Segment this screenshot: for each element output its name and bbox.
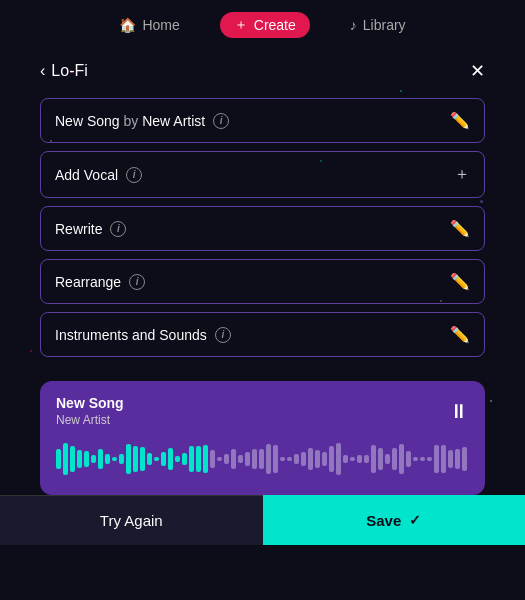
option-song-title-left: New Song by New Artist i [55,113,229,129]
add-vocal-plus-icon[interactable]: ＋ [454,164,470,185]
waveform-bar [329,446,334,473]
option-instruments-left: Instruments and Sounds i [55,327,231,343]
player-controls-row: New Song New Artist ⏸ [56,395,469,427]
waveform-bar [140,447,145,472]
waveform-bar [455,449,460,470]
waveform-bar [252,449,257,469]
waveform-bar [336,443,341,474]
save-button[interactable]: Save ✓ [263,495,526,545]
instruments-edit-icon[interactable]: ✏️ [450,325,470,344]
waveform-bar [350,457,355,462]
save-label: Save [366,512,401,529]
waveform-bar [210,450,215,468]
back-button[interactable]: ‹ Lo-Fi [40,62,88,80]
waveform-bar [175,456,180,462]
waveform-bar [413,457,418,462]
waveform-bar [315,450,320,468]
waveform-bar [231,449,236,469]
song-title-edit-icon[interactable]: ✏️ [450,111,470,130]
song-title-text: New Song by New Artist [55,113,205,129]
waveform-bar [84,451,89,466]
option-rearrange[interactable]: Rearrange i ✏️ [40,259,485,304]
waveform-bar [245,452,250,466]
rearrange-label: Rearrange [55,274,121,290]
waveform-bar [322,452,327,465]
waveform-bar [266,444,271,474]
music-icon: ♪ [350,17,357,33]
options-list: New Song by New Artist i ✏️ Add Vocal i … [40,98,485,357]
option-song-title[interactable]: New Song by New Artist i ✏️ [40,98,485,143]
rewrite-info-icon[interactable]: i [110,221,126,237]
waveform-bar [182,453,187,465]
rewrite-label: Rewrite [55,221,102,237]
waveform-bar [56,449,61,469]
player-song-title: New Song [56,395,124,411]
waveform-bar [280,457,285,461]
waveform-bar [378,448,383,471]
waveform-bar [273,445,278,473]
waveform-bar [70,446,75,471]
waveform-bar [343,455,348,463]
waveform-bar [224,454,229,463]
waveform-bar [203,445,208,473]
nav-create-label: Create [254,17,296,33]
option-rearrange-left: Rearrange i [55,274,145,290]
waveform-bar [133,446,138,472]
option-add-vocal[interactable]: Add Vocal i ＋ [40,151,485,198]
instruments-info-icon[interactable]: i [215,327,231,343]
waveform-bar [420,457,425,461]
pause-icon: ⏸ [449,400,469,422]
rewrite-edit-icon[interactable]: ✏️ [450,219,470,238]
waveform-bar [168,448,173,470]
waveform-bar [434,445,439,473]
nav-create[interactable]: ＋ Create [220,12,310,38]
close-icon: ✕ [470,61,485,81]
waveform-bar [385,454,390,463]
option-rewrite-left: Rewrite i [55,221,126,237]
waveform-bar [238,455,243,462]
back-chevron-icon: ‹ [40,62,45,80]
instruments-label: Instruments and Sounds [55,327,207,343]
page-content: ‹ Lo-Fi ✕ New Song by New Artist i ✏️ Ad… [0,46,525,357]
waveform-bar [357,455,362,463]
option-add-vocal-left: Add Vocal i [55,167,142,183]
waveform-bar [112,457,117,461]
close-button[interactable]: ✕ [470,60,485,82]
waveform-bar [427,457,432,461]
rearrange-edit-icon[interactable]: ✏️ [450,272,470,291]
waveform-bar [462,447,467,470]
waveform-bar [406,451,411,467]
waveform [56,435,469,483]
player-section: New Song New Artist ⏸ [40,381,485,495]
page-title: Lo-Fi [51,62,87,80]
waveform-bar [98,449,103,468]
waveform-bar [63,443,68,475]
bottom-actions: Try Again Save ✓ [0,495,525,545]
try-again-button[interactable]: Try Again [0,495,263,545]
plus-icon: ＋ [234,16,248,34]
waveform-bar [294,454,299,464]
waveform-bar [91,455,96,462]
waveform-bar [308,448,313,470]
song-title-info-icon[interactable]: i [213,113,229,129]
add-vocal-info-icon[interactable]: i [126,167,142,183]
waveform-bar [301,452,306,466]
nav-library-label: Library [363,17,406,33]
waveform-bar [392,448,397,469]
waveform-bar [448,450,453,469]
option-rewrite[interactable]: Rewrite i ✏️ [40,206,485,251]
waveform-bar [259,449,264,469]
waveform-bar [441,445,446,474]
rearrange-info-icon[interactable]: i [129,274,145,290]
waveform-bar [399,444,404,475]
waveform-bar [154,457,159,461]
waveform-bar [119,454,124,465]
pause-button[interactable]: ⏸ [449,400,469,423]
waveform-bar [196,446,201,472]
nav-home[interactable]: 🏠 Home [119,17,179,33]
waveform-bar [161,452,166,466]
waveform-bar [126,444,131,475]
option-instruments[interactable]: Instruments and Sounds i ✏️ [40,312,485,357]
waveform-bar [189,446,194,472]
nav-library[interactable]: ♪ Library [350,17,406,33]
